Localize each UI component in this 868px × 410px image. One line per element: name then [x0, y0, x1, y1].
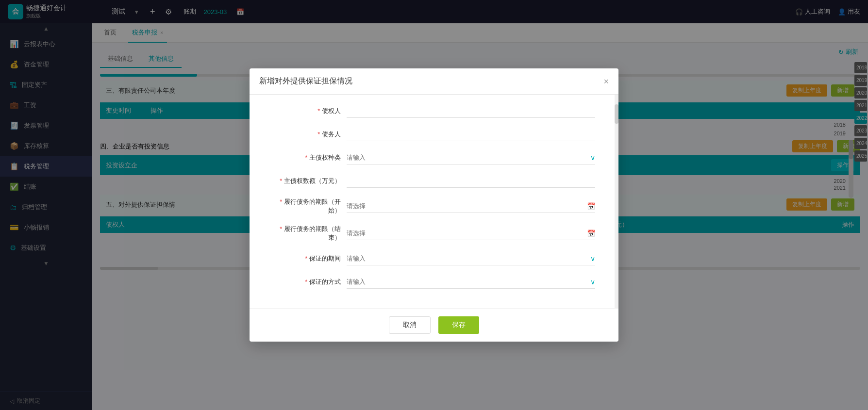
period-start-calendar-icon[interactable]: 📅 [587, 202, 595, 210]
debtor-label: * 债务人 [269, 130, 347, 139]
claim-type-input[interactable] [347, 151, 590, 164]
guarantee-period-input[interactable] [347, 252, 590, 265]
modal-dialog: 新增对外提供保证担保情况 × * 债权人 * 债务人 [250, 68, 618, 342]
modal-body: * 债权人 * 债务人 * 主债权种 [250, 95, 615, 308]
period-end-input[interactable] [347, 227, 587, 240]
period-start-date-wrap: 📅 [347, 199, 595, 213]
claim-amount-label: * 主债权数额（万元） [269, 177, 347, 185]
claim-type-label: * 主债权种类 [269, 153, 347, 162]
guarantee-method-label: * 保证的方式 [269, 278, 347, 286]
save-button[interactable]: 保存 [438, 316, 479, 334]
creditor-input[interactable] [347, 104, 595, 118]
guarantee-period-select-wrap: ∨ [347, 252, 595, 265]
modal-header: 新增对外提供保证担保情况 × [250, 68, 618, 95]
form-row-creditor: * 债权人 [269, 104, 595, 118]
claim-type-select-wrap: ∨ [347, 151, 595, 164]
cancel-button[interactable]: 取消 [389, 316, 431, 334]
period-end-date-wrap: 📅 [347, 227, 595, 240]
period-start-label: * 履行债务的期限（开始） [269, 197, 347, 215]
modal-footer: 取消 保存 [250, 308, 618, 342]
claim-amount-input[interactable] [347, 174, 595, 188]
modal-overlay: 新增对外提供保证担保情况 × * 债权人 * 债务人 [0, 0, 868, 410]
form-row-claim-type: * 主债权种类 ∨ [269, 151, 595, 164]
period-end-label: * 履行债务的期限（结束） [269, 225, 347, 242]
guarantee-method-arrow-icon[interactable]: ∨ [590, 278, 595, 286]
guarantee-period-arrow-icon[interactable]: ∨ [590, 255, 595, 262]
creditor-label: * 债权人 [269, 107, 347, 115]
form-row-guarantee-period: * 保证的期间 ∨ [269, 252, 595, 265]
modal-scroll-thumb [615, 104, 618, 124]
form-row-period-start: * 履行债务的期限（开始） 📅 [269, 197, 595, 215]
form-row-claim-amount: * 主债权数额（万元） [269, 174, 595, 188]
modal-title: 新增对外提供保证担保情况 [259, 76, 352, 86]
form-row-debtor: * 债务人 [269, 128, 595, 141]
modal-close-button[interactable]: × [603, 77, 609, 86]
guarantee-period-label: * 保证的期间 [269, 254, 347, 263]
period-start-input[interactable] [347, 199, 587, 213]
guarantee-method-input[interactable] [347, 275, 590, 288]
form-row-guarantee-method: * 保证的方式 ∨ [269, 275, 595, 289]
claim-type-arrow-icon[interactable]: ∨ [590, 154, 595, 162]
modal-scroll-track[interactable] [615, 95, 618, 308]
guarantee-method-select-wrap: ∨ [347, 275, 595, 289]
form-row-period-end: * 履行债务的期限（结束） 📅 [269, 225, 595, 242]
period-end-calendar-icon[interactable]: 📅 [587, 230, 595, 237]
debtor-input[interactable] [347, 128, 595, 141]
